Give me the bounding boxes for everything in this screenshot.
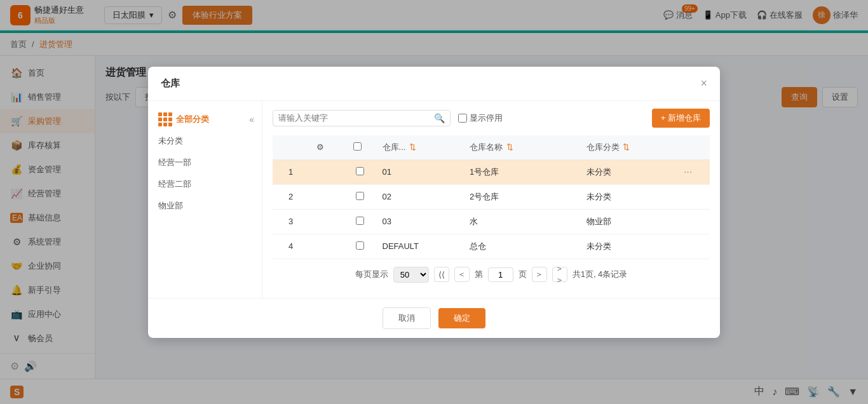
- cell-gear: [309, 159, 345, 184]
- cell-code: 02: [375, 184, 463, 209]
- cell-check[interactable]: [346, 234, 375, 259]
- cell-name: 水: [462, 209, 578, 234]
- cell-code: 01: [375, 159, 463, 184]
- th-gear: ⚙: [309, 135, 345, 160]
- cell-seq: 1: [273, 159, 309, 184]
- search-icon: 🔍: [434, 113, 445, 123]
- cell-action[interactable]: ···: [666, 159, 710, 184]
- table-row[interactable]: 1 01 1号仓库 未分类 ···: [273, 159, 710, 184]
- show-disabled-checkbox[interactable]: [458, 114, 467, 123]
- search-box: 🔍: [273, 110, 451, 126]
- cell-action[interactable]: [666, 184, 710, 209]
- table-row[interactable]: 2 02 2号仓库 未分类: [273, 184, 710, 209]
- cell-name: 1号仓库: [462, 159, 578, 184]
- cell-gear: [309, 209, 345, 234]
- table-toolbar: 🔍 显示停用 + 新增仓库: [273, 109, 710, 128]
- table-row[interactable]: 3 03 水 物业部: [273, 209, 710, 234]
- table-body: 1 01 1号仓库 未分类 ··· 2 02 2号仓库 未分类 3 03 水 物…: [273, 159, 710, 259]
- table-header: ⚙ 仓库... ⇅ 仓库名称: [273, 135, 710, 160]
- cell-seq: 4: [273, 234, 309, 259]
- category-collapse-button[interactable]: «: [249, 114, 254, 125]
- warehouse-modal: 仓库 × 全部分类 « 未分类 经营一部: [148, 67, 720, 338]
- table-row[interactable]: 4 DEFAULT 总仓 未分类: [273, 234, 710, 259]
- th-code[interactable]: 仓库... ⇅: [375, 135, 463, 160]
- category-item-ops2[interactable]: 经营二部: [148, 173, 262, 195]
- category-title[interactable]: 全部分类: [158, 112, 209, 126]
- pagination: 每页显示 501020100 ⟨⟨ ＜ 第 页 ＞ ＞＞ 共1页, 4条记录: [273, 259, 710, 290]
- add-warehouse-button[interactable]: + 新增仓库: [652, 109, 710, 128]
- warehouse-table: ⚙ 仓库... ⇅ 仓库名称: [273, 135, 710, 259]
- cell-category: 未分类: [579, 234, 667, 259]
- cell-name: 总仓: [462, 234, 578, 259]
- sort-name-icon: ⇅: [506, 142, 513, 152]
- th-category[interactable]: 仓库分类 ⇅: [579, 135, 667, 160]
- modal-body: 全部分类 « 未分类 经营一部 经营二部 物业部 🔍: [148, 101, 720, 298]
- prev-page-button[interactable]: ＜: [454, 267, 470, 282]
- cell-seq: 3: [273, 209, 309, 234]
- table-area: 🔍 显示停用 + 新增仓库 ⚙: [262, 101, 720, 298]
- category-item-ops1[interactable]: 经营一部: [148, 152, 262, 173]
- cell-action[interactable]: [666, 234, 710, 259]
- th-check: [346, 135, 375, 160]
- next-page-button[interactable]: ＞: [532, 267, 547, 282]
- cell-category: 未分类: [579, 159, 667, 184]
- modal-overlay[interactable]: 仓库 × 全部分类 « 未分类 经营一部: [0, 0, 868, 404]
- first-page-button[interactable]: ⟨⟨: [434, 267, 449, 282]
- cell-check[interactable]: [346, 159, 375, 184]
- th-name[interactable]: 仓库名称 ⇅: [462, 135, 578, 160]
- cell-category: 物业部: [579, 209, 667, 234]
- sort-cat-icon: ⇅: [623, 142, 630, 152]
- cell-name: 2号仓库: [462, 184, 578, 209]
- th-action: [666, 135, 710, 160]
- modal-title: 仓库: [161, 77, 180, 90]
- cell-category: 未分类: [579, 184, 667, 209]
- cancel-button[interactable]: 取消: [383, 307, 431, 329]
- table-container: ⚙ 仓库... ⇅ 仓库名称: [273, 135, 710, 259]
- cell-gear: [309, 234, 345, 259]
- per-page-select[interactable]: 501020100: [393, 267, 429, 283]
- category-dots-icon: [158, 112, 172, 126]
- category-sidebar: 全部分类 « 未分类 经营一部 经营二部 物业部: [148, 101, 262, 298]
- modal-header: 仓库 ×: [148, 67, 720, 101]
- category-item-property[interactable]: 物业部: [148, 195, 262, 217]
- cell-check[interactable]: [346, 209, 375, 234]
- category-header: 全部分类 «: [148, 109, 262, 130]
- sort-code-icon: ⇅: [409, 142, 416, 152]
- select-all-checkbox[interactable]: [353, 142, 362, 151]
- search-input[interactable]: [278, 113, 434, 123]
- cell-seq: 2: [273, 184, 309, 209]
- cell-action[interactable]: [666, 209, 710, 234]
- gear-col-icon: ⚙: [316, 142, 324, 152]
- category-item-unclassified[interactable]: 未分类: [148, 130, 262, 152]
- modal-footer: 取消 确定: [148, 298, 720, 338]
- cell-code: 03: [375, 209, 463, 234]
- show-disabled-toggle[interactable]: 显示停用: [458, 112, 503, 124]
- page-input[interactable]: [488, 267, 513, 282]
- cell-gear: [309, 184, 345, 209]
- th-seq: [273, 135, 309, 160]
- modal-close-button[interactable]: ×: [700, 77, 707, 90]
- last-page-button[interactable]: ＞＞: [552, 267, 567, 282]
- confirm-button[interactable]: 确定: [438, 308, 485, 328]
- cell-check[interactable]: [346, 184, 375, 209]
- cell-code: DEFAULT: [375, 234, 463, 259]
